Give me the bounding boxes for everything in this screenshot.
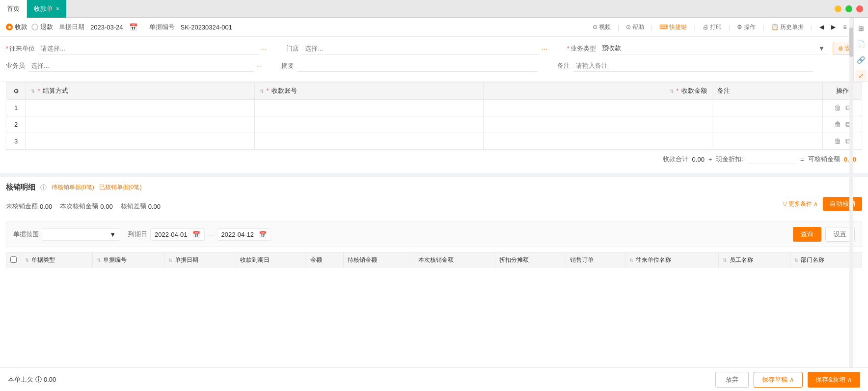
col-checkbox[interactable] <box>6 252 21 268</box>
abstract-input[interactable] <box>297 60 537 72</box>
right-panel-table-icon[interactable]: ⊞ <box>855 23 867 34</box>
video-btn[interactable]: ⊙ 视频 <box>590 22 614 32</box>
row-3-remark[interactable] <box>712 133 822 150</box>
window-maximize-btn[interactable] <box>845 5 852 12</box>
save-new-btn[interactable]: 保存&新增 ∧ <box>808 372 860 388</box>
print-label: 打印 <box>710 23 722 31</box>
shortcut-label: 快捷键 <box>669 23 687 31</box>
date-label: 单据日期 <box>59 23 84 31</box>
row-1-amount[interactable] <box>483 100 712 116</box>
auto-cancel-btn[interactable]: 自动核销 <box>823 197 862 211</box>
table-row: 1 🗑 ⧉ <box>6 100 862 116</box>
row-2-account[interactable] <box>254 116 483 133</box>
bottom-bar: 本单上欠 ⓘ 0.00 放弃 保存草稿 ∧ 保存&新增 ∧ <box>0 367 868 391</box>
abstract-label: 摘要 <box>281 61 294 70</box>
radio-refund[interactable]: 退款 <box>31 23 53 31</box>
abandon-btn[interactable]: 放弃 <box>715 372 749 388</box>
counterparty-input[interactable] <box>38 43 259 55</box>
done-link[interactable]: 已核销单据(0笔) <box>99 183 142 192</box>
row-3-account[interactable] <box>254 133 483 150</box>
filter-icon: ▽ <box>783 200 787 207</box>
col-gear[interactable]: ⚙ <box>6 83 26 100</box>
top-toolbar: 收款 退款 单据日期 2023-03-24 📅 单据编号 SK-20230324… <box>0 18 868 37</box>
right-panel-link-icon[interactable]: 🔗 <box>855 54 867 66</box>
col-account: ⇅ * 收款账号 <box>254 83 483 100</box>
salesperson-more-btn[interactable]: ··· <box>256 62 262 70</box>
window-minimize-btn[interactable] <box>835 5 841 12</box>
help-btn[interactable]: ⊙ 帮助 <box>623 22 647 32</box>
row-num-3: 3 <box>6 133 26 150</box>
store-more-btn[interactable]: ··· <box>542 45 547 53</box>
store-input[interactable] <box>302 43 540 55</box>
col-date: ⇅ 单据日期 <box>164 252 236 268</box>
print-btn[interactable]: 🖨 打印 <box>700 22 725 32</box>
abstract-field: 摘要 <box>281 60 537 72</box>
verification-stats: 未核销金额 0.00 本次核销金额 0.00 核销差额 0.00 ▽ 更多条件 … <box>6 197 862 216</box>
available-label: 可核销金额 <box>808 155 840 164</box>
history-label: 历史单据 <box>780 23 804 31</box>
row-2-remark[interactable] <box>712 116 822 133</box>
remark-input[interactable] <box>573 60 813 72</box>
layout-prev-icon[interactable]: ◀ <box>816 22 827 32</box>
section-header: 核销明细 ⓘ 待核销单据(0笔) 已核销单据(0笔) <box>6 183 862 192</box>
form-area: * 往来单位 ··· 门店 ··· * 业务类型 预收款 ▼ <box>0 37 868 82</box>
row-1-settlement[interactable] <box>26 100 255 116</box>
sort-icon-3: ⇅ <box>670 88 674 94</box>
row-3-amount[interactable] <box>483 133 712 150</box>
right-panel-expand-icon[interactable]: ⤢ <box>855 70 867 82</box>
layout-next-icon[interactable]: ▶ <box>828 22 839 32</box>
col-counterparty: ⇅ 往来单位名称 <box>625 252 719 268</box>
row-3-settlement[interactable] <box>26 133 255 150</box>
right-panel-doc-icon[interactable]: 📄 <box>855 38 867 50</box>
row-2-delete-btn[interactable]: 🗑 <box>834 120 841 128</box>
receipt-table: ⚙ ⇅ * 结算方式 ⇅ * 收款账号 ⇅ * 收款 <box>6 82 862 150</box>
scrollbar-thumb[interactable] <box>849 28 853 57</box>
layout-list-icon[interactable]: ≡ <box>840 22 850 32</box>
date-to-input[interactable]: 2022-04-12 📅 <box>217 228 271 241</box>
row-1-delete-btn[interactable]: 🗑 <box>834 104 841 112</box>
query-btn[interactable]: 查询 <box>793 227 821 242</box>
salesperson-field: 业务员 ··· <box>6 60 262 72</box>
calendar-to-icon: 📅 <box>259 231 267 238</box>
save-draft-btn[interactable]: 保存草稿 ∧ <box>754 372 803 388</box>
row-1-account[interactable] <box>254 100 483 116</box>
col-sales-order: 销售订单 <box>566 252 625 268</box>
tab-close-icon[interactable]: × <box>56 5 59 12</box>
select-all-checkbox[interactable] <box>10 256 17 263</box>
counterparty-more-btn[interactable]: ··· <box>261 45 267 53</box>
scrollbar-track[interactable] <box>849 18 853 367</box>
row-3-delete-btn[interactable]: 🗑 <box>834 137 841 145</box>
radio-receipt[interactable]: 收款 <box>6 23 27 31</box>
window-close-btn[interactable] <box>856 5 863 12</box>
calendar-icon[interactable]: 📅 <box>129 23 137 31</box>
save-draft-label: 保存草稿 <box>762 375 787 384</box>
discount-input[interactable] <box>747 154 796 164</box>
range-label: 单据范围 <box>13 230 39 239</box>
tab-home[interactable]: 首页 <box>0 0 27 18</box>
range-select[interactable]: ▼ <box>42 228 120 241</box>
row-2-settlement[interactable] <box>26 116 255 133</box>
more-condition-btn[interactable]: ▽ 更多条件 ∧ <box>783 200 818 208</box>
col-amount: 金额 <box>306 252 343 268</box>
pending-link[interactable]: 待核销单据(0笔) <box>52 183 94 192</box>
date-value[interactable]: 2023-03-24 <box>90 24 123 31</box>
col-action: 操作 <box>823 83 862 100</box>
shortcut-btn[interactable]: ⌨ 快捷键 <box>656 22 690 32</box>
operation-btn[interactable]: ⚙ 操作 <box>734 22 759 32</box>
gear-icon[interactable]: ⚙ <box>13 87 19 95</box>
form-row-2: 业务员 ··· 摘要 备注 <box>6 60 862 72</box>
row-1-remark[interactable] <box>712 100 822 116</box>
tab-receipt[interactable]: 收款单 × <box>27 0 66 18</box>
discount-label: 现金折扣: <box>716 155 743 164</box>
main-content: 收款 退款 单据日期 2023-03-24 📅 单据编号 SK-20230324… <box>0 18 868 391</box>
date-to-value: 2022-04-12 <box>221 231 254 238</box>
business-type-select[interactable]: 预收款 ▼ <box>599 42 828 55</box>
history-btn[interactable]: 📋 历史单据 <box>768 22 807 32</box>
row-2-amount[interactable] <box>483 116 712 133</box>
plus-sign: + <box>708 156 712 163</box>
diff-stat: 核销差额 0.00 <box>121 202 161 211</box>
salesperson-input[interactable] <box>28 60 254 72</box>
date-from-input[interactable]: 2022-04-01 📅 <box>150 228 205 241</box>
print-icon: 🖨 <box>703 24 708 30</box>
total-value: 0.00 <box>692 156 705 163</box>
